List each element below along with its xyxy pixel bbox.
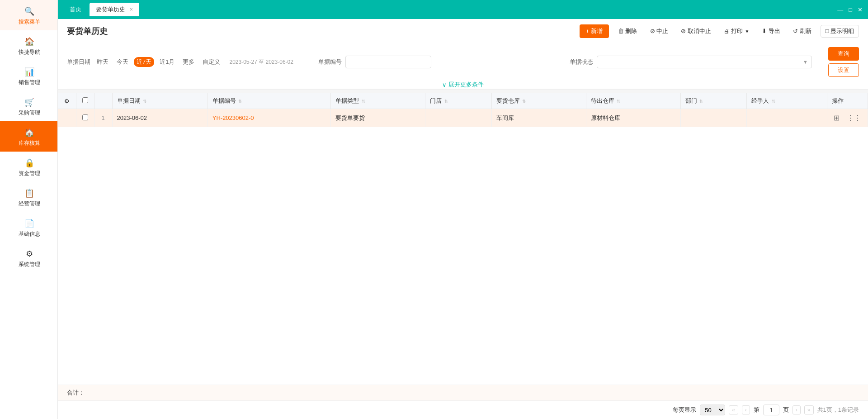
col-actions: 操作 <box>827 93 868 109</box>
first-page-btn[interactable]: « <box>729 405 738 414</box>
col-date[interactable]: 单据日期 ⇅ <box>112 93 208 109</box>
row-date: 2023-06-02 <box>112 109 208 127</box>
handler-sort-icon: ⇅ <box>772 99 775 104</box>
page-label: 第 <box>754 406 760 414</box>
col-num <box>94 93 112 109</box>
expand-more-btn[interactable]: ∨ 展开更多条件 <box>67 81 859 89</box>
window-maximize-btn[interactable]: □ <box>849 6 852 13</box>
table-body: 1 2023-06-02 YH-20230602-0 要货单要货 车间库 原材料… <box>58 109 868 127</box>
sidebar: 🔍 搜索菜单 🏠 快捷导航 📊 销售管理 🛒 采购管理 🏠 库存核算 🔒 资金管… <box>0 0 58 419</box>
sidebar-item-label: 基础信息 <box>19 230 40 238</box>
content-area: 要货单历史 + 新增 🗑 删除 ⊘ 中止 ⊘ 取消中止 🖨 打印 ▼ ⬇ 导出 … <box>58 19 868 419</box>
date-shortcut-custom[interactable]: 自定义 <box>200 57 223 67</box>
sidebar-item-search[interactable]: 🔍 搜索菜单 <box>0 0 57 30</box>
col-store[interactable]: 门店 ⇅ <box>425 93 491 109</box>
date-shortcut-yesterday[interactable]: 昨天 <box>94 57 111 67</box>
filter-area: 单据日期 昨天 今天 近7天 近1月 更多 自定义 2023-05-27 至 2… <box>67 43 859 89</box>
col-req-warehouse[interactable]: 要货仓库 ⇅ <box>491 93 586 109</box>
page-header: 要货单历史 + 新增 🗑 删除 ⊘ 中止 ⊘ 取消中止 🖨 打印 ▼ ⬇ 导出 … <box>58 19 868 90</box>
bill-no-link[interactable]: YH-20230602-0 <box>212 114 254 121</box>
sidebar-item-basic-info[interactable]: 📄 基础信息 <box>0 212 57 243</box>
tab-home[interactable]: 首页 <box>63 3 88 16</box>
status-label: 单据状态 <box>570 58 593 66</box>
col-bill-no[interactable]: 单据编号 ⇅ <box>208 93 330 109</box>
date-shortcuts: 昨天 今天 近7天 近1月 更多 自定义 <box>94 57 223 67</box>
sidebar-item-label: 采购管理 <box>19 109 40 117</box>
row-view-btn[interactable]: ⊞ <box>832 113 841 123</box>
stop-button[interactable]: ⊘ 中止 <box>646 25 672 37</box>
refresh-button[interactable]: ↺ 刷新 <box>789 25 815 37</box>
row-checkbox[interactable] <box>82 114 88 120</box>
row-checkbox-cell[interactable] <box>76 109 94 127</box>
query-button[interactable]: 查询 <box>828 47 859 61</box>
col-checkbox[interactable] <box>76 93 94 109</box>
export-button[interactable]: ⬇ 导出 <box>758 25 784 37</box>
system-icon: ⚙ <box>26 249 33 259</box>
main-area: 首页 要货单历史 × — □ ✕ 要货单历史 + 新增 🗑 删除 ⊘ 中止 ⊘ … <box>58 0 868 419</box>
table-header-row: ⚙ 单据日期 ⇅ 单据编号 ⇅ <box>58 93 868 109</box>
col-settings[interactable]: ⚙ <box>58 93 76 109</box>
row-req-warehouse: 车间库 <box>491 109 586 127</box>
date-range-display: 2023-05-27 至 2023-06-02 <box>229 59 293 65</box>
topbar: 首页 要货单历史 × — □ ✕ <box>58 0 868 19</box>
bill-no-input[interactable] <box>345 56 431 68</box>
basic-info-icon: 📄 <box>24 219 34 229</box>
filter-actions: 查询 设置 <box>828 47 859 77</box>
show-detail-button[interactable]: □ 显示明细 <box>821 25 859 38</box>
table-row: 1 2023-06-02 YH-20230602-0 要货单要货 车间库 原材料… <box>58 109 868 127</box>
row-more-btn[interactable]: ⋮⋮ <box>845 113 863 123</box>
last-page-btn[interactable]: » <box>804 405 814 414</box>
status-select[interactable]: ▼ <box>597 56 812 68</box>
page-number-input[interactable] <box>763 405 779 415</box>
window-close-btn[interactable]: ✕ <box>858 6 863 13</box>
print-button[interactable]: 🖨 打印 ▼ <box>720 25 753 37</box>
page-size-select[interactable]: 50 10 20 100 <box>700 405 725 415</box>
delete-button[interactable]: 🗑 删除 <box>614 25 641 37</box>
summary-bar: 合计： <box>58 385 868 400</box>
col-handler[interactable]: 经手人 ⇅ <box>747 93 827 109</box>
filter-settings-button[interactable]: 设置 <box>828 63 859 77</box>
sidebar-item-label: 搜索菜单 <box>19 18 40 26</box>
cancel-stop-button[interactable]: ⊘ 取消中止 <box>677 25 715 37</box>
sidebar-item-label: 销售管理 <box>19 79 40 86</box>
tab-close-icon[interactable]: × <box>130 6 133 13</box>
date-shortcut-7days[interactable]: 近7天 <box>134 57 154 67</box>
sidebar-item-label: 快捷导航 <box>19 48 40 56</box>
sidebar-item-sales[interactable]: 📊 销售管理 <box>0 61 57 91</box>
page-title: 要货单历史 <box>67 26 108 37</box>
date-filter-group: 单据日期 昨天 今天 近7天 近1月 更多 自定义 2023-05-27 至 2… <box>67 57 309 67</box>
date-filter-label: 单据日期 <box>67 58 90 66</box>
next-page-btn[interactable]: › <box>793 405 801 414</box>
purchase-icon: 🛒 <box>24 97 34 107</box>
date-shortcut-1month[interactable]: 近1月 <box>157 57 177 67</box>
new-button[interactable]: + 新增 <box>580 24 609 38</box>
sidebar-item-operations[interactable]: 📋 经营管理 <box>0 182 57 212</box>
sidebar-item-quick-nav[interactable]: 🏠 快捷导航 <box>0 30 57 61</box>
date-shortcut-more[interactable]: 更多 <box>180 57 197 67</box>
col-bill-type[interactable]: 单据类型 ⇅ <box>331 93 425 109</box>
sidebar-item-system[interactable]: ⚙ 系统管理 <box>0 243 57 273</box>
store-sort-icon: ⇅ <box>444 99 448 104</box>
page-title-row: 要货单历史 + 新增 🗑 删除 ⊘ 中止 ⊘ 取消中止 🖨 打印 ▼ ⬇ 导出 … <box>67 24 859 38</box>
sidebar-item-inventory[interactable]: 🏠 库存核算 <box>0 121 57 152</box>
topbar-actions: — □ ✕ <box>837 6 863 13</box>
sidebar-item-finance[interactable]: 🔒 资金管理 <box>0 152 57 182</box>
row-department <box>680 109 746 127</box>
select-all-checkbox[interactable] <box>82 97 88 103</box>
status-filter-group: 单据状态 ▼ <box>570 56 812 68</box>
sidebar-item-purchase[interactable]: 🛒 采购管理 <box>0 91 57 121</box>
col-department[interactable]: 部门 ⇅ <box>680 93 746 109</box>
inventory-icon: 🏠 <box>24 128 34 138</box>
row-handler <box>747 109 827 127</box>
toolbar: + 新增 🗑 删除 ⊘ 中止 ⊘ 取消中止 🖨 打印 ▼ ⬇ 导出 ↺ 刷新 □… <box>580 24 859 38</box>
search-menu-icon: 🔍 <box>24 6 34 16</box>
sales-icon: 📊 <box>24 67 34 77</box>
prev-page-btn[interactable]: ‹ <box>742 405 750 414</box>
window-minimize-btn[interactable]: — <box>837 6 843 13</box>
row-store <box>425 109 491 127</box>
tab-active[interactable]: 要货单历史 × <box>90 3 139 16</box>
date-shortcut-today[interactable]: 今天 <box>114 57 131 67</box>
sidebar-item-label: 库存核算 <box>19 139 40 147</box>
pagination: 每页显示 50 10 20 100 « ‹ 第 页 › » 共1页，1条记录 <box>58 400 868 419</box>
col-pending-warehouse[interactable]: 待出仓库 ⇅ <box>586 93 680 109</box>
